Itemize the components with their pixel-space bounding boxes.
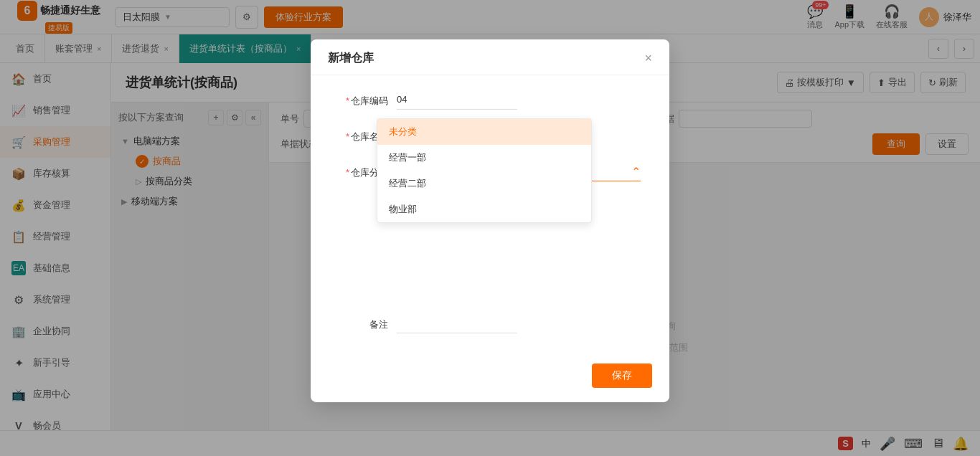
form-row-remark: 备注 bbox=[339, 313, 641, 336]
remark-input[interactable] bbox=[397, 313, 517, 333]
code-input[interactable] bbox=[397, 90, 517, 110]
dropdown-option-dept2[interactable]: 经营二部 bbox=[377, 171, 591, 196]
save-button[interactable]: 保存 bbox=[592, 364, 652, 388]
modal-body: *仓库编码 *仓库名称 请输入仓库名称 *仓库分类 ⌃ bbox=[311, 75, 669, 364]
dropdown-option-property[interactable]: 物业部 bbox=[377, 196, 591, 222]
code-label: *仓库编码 bbox=[339, 90, 397, 113]
add-warehouse-modal: 新增仓库 × *仓库编码 *仓库名称 请输入仓库名称 *仓库分类 bbox=[311, 39, 669, 402]
form-row-code: *仓库编码 bbox=[339, 90, 641, 113]
category-dropdown-list: 未分类 经营一部 经营二部 物业部 bbox=[377, 118, 592, 223]
modal-close-button[interactable]: × bbox=[644, 51, 652, 66]
modal-footer: 保存 bbox=[311, 364, 669, 388]
code-input-wrap bbox=[397, 90, 641, 110]
modal-title: 新增仓库 bbox=[328, 51, 374, 66]
dropdown-option-dept1[interactable]: 经营一部 bbox=[377, 145, 591, 171]
dropdown-option-uncategorized[interactable]: 未分类 bbox=[377, 119, 591, 145]
category-dropdown-toggle[interactable]: ⌃ bbox=[631, 164, 641, 178]
remark-label: 备注 bbox=[339, 313, 397, 336]
modal-header: 新增仓库 × bbox=[311, 39, 669, 75]
remark-input-wrap bbox=[397, 313, 641, 333]
